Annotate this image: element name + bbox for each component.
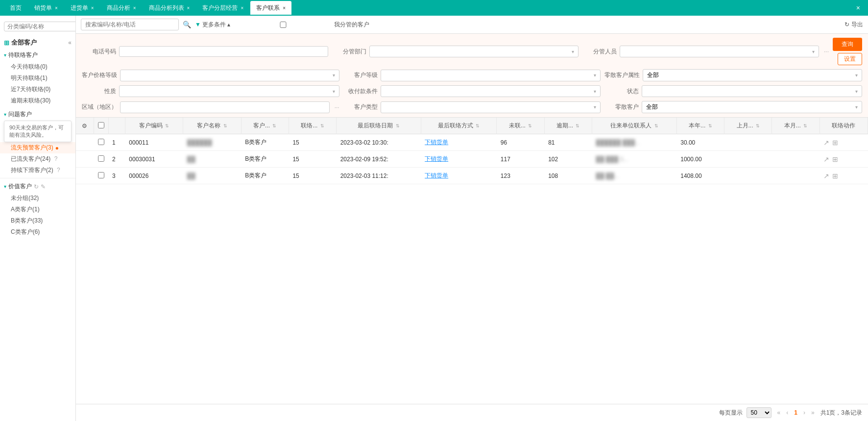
action-link-icon[interactable]: ↗ bbox=[823, 172, 829, 180]
retail-attr-select[interactable]: 全部 ▾ bbox=[643, 69, 862, 81]
col-last-method[interactable]: 最后联络方式 ⇅ bbox=[421, 118, 497, 134]
col-last-month[interactable]: 上月... ⇅ bbox=[724, 118, 772, 134]
value-refresh-icon[interactable]: ↻ bbox=[34, 183, 39, 190]
row-checkbox[interactable] bbox=[98, 155, 104, 162]
status-select[interactable]: ▾ bbox=[642, 85, 862, 97]
sidebar-all-customers[interactable]: ⊞ 全部客户 « bbox=[0, 36, 75, 49]
row-last-method[interactable]: 下销货单 bbox=[421, 134, 497, 151]
sidebar-group-value-header[interactable]: ▾ 价值客户 ↻ ✎ bbox=[0, 180, 75, 193]
payment-select[interactable]: ▾ bbox=[381, 85, 601, 97]
region-more-icon[interactable]: ··· bbox=[335, 104, 339, 111]
my-customers-checkbox[interactable]: 我分管的客户 bbox=[234, 21, 369, 29]
tab-close-sales[interactable]: × bbox=[55, 5, 58, 11]
sidebar-search-input[interactable] bbox=[4, 22, 76, 31]
retail-customer-select[interactable]: 全部 ▾ bbox=[642, 101, 862, 113]
retail-customer-arrow-icon: ▾ bbox=[855, 104, 858, 110]
col-contact[interactable]: 联络... ⇅ bbox=[289, 118, 336, 134]
region-select[interactable] bbox=[120, 101, 330, 113]
tab-product-list[interactable]: 商品分析列表 × bbox=[143, 1, 196, 15]
manager-more-icon[interactable]: ··· bbox=[824, 48, 829, 55]
tab-close-product-analysis[interactable]: × bbox=[133, 5, 136, 11]
col-overdue[interactable]: 逾期... ⇅ bbox=[544, 118, 592, 134]
sidebar-item-churned[interactable]: 已流失客户(24) ? bbox=[0, 153, 75, 165]
col-name[interactable]: 客户名称 ⇅ bbox=[183, 118, 241, 134]
tab-home[interactable]: 首页 bbox=[4, 1, 27, 15]
row-last-method[interactable]: 下销货单 bbox=[421, 151, 497, 168]
sidebar-item-7days[interactable]: 近7天待联络(0) bbox=[0, 84, 75, 95]
manager-select[interactable]: ▾ bbox=[620, 46, 819, 57]
export-container: ↻ 导出 bbox=[844, 21, 863, 29]
sidebar-item-class-a[interactable]: A类客户(1) bbox=[0, 204, 75, 215]
main-layout: 🔍 ⊞ 全部客户 « ▾ 待联络客户 今天待联络(0) 明天待联络(1) 近7天… bbox=[0, 16, 868, 421]
last-page-btn[interactable]: » bbox=[809, 408, 817, 417]
action-more-icon[interactable]: ⊞ bbox=[832, 139, 838, 147]
tab-product-analysis[interactable]: 商品分析 × bbox=[101, 1, 142, 15]
sidebar-item-declining[interactable]: 持续下滑客户(2) ? bbox=[0, 165, 75, 176]
customer-type-select[interactable]: ▾ bbox=[381, 101, 601, 113]
more-filter-button[interactable]: ▼ 更多条件 ▴ bbox=[195, 21, 230, 29]
sidebar-item-churn-warning[interactable]: 流失预警客户(3) ● bbox=[0, 142, 75, 153]
sidebar-group-pending-header[interactable]: ▾ 待联络客户 bbox=[0, 49, 75, 61]
row-checkbox-cell[interactable] bbox=[94, 134, 108, 151]
customer-grade-select[interactable]: ▾ bbox=[381, 70, 601, 81]
query-button[interactable]: 查询 bbox=[833, 38, 862, 51]
table-settings-header[interactable]: ⚙ bbox=[76, 118, 94, 134]
search-input[interactable] bbox=[81, 19, 179, 30]
col-unit-contact[interactable]: 往来单位联系人 ⇅ bbox=[592, 118, 676, 134]
action-link-icon[interactable]: ↗ bbox=[823, 155, 829, 163]
action-link-icon[interactable]: ↗ bbox=[823, 139, 829, 147]
first-page-btn[interactable]: « bbox=[775, 408, 783, 417]
sidebar-item-today[interactable]: 今天待联络(0) bbox=[0, 61, 75, 73]
row-checkbox[interactable] bbox=[98, 172, 104, 178]
setting-button[interactable]: 设置 bbox=[838, 53, 862, 65]
tab-customer-tier[interactable]: 客户分层经营 × bbox=[196, 1, 249, 15]
col-this-year[interactable]: 本年... ⇅ bbox=[676, 118, 724, 134]
sidebar-item-ungroup[interactable]: 未分组(32) bbox=[0, 193, 75, 204]
col-code[interactable]: 客户编码 ⇅ bbox=[125, 118, 183, 134]
sidebar-item-tomorrow[interactable]: 明天待联络(1) bbox=[0, 73, 75, 84]
search-button[interactable]: 🔍 bbox=[183, 21, 191, 28]
status-label: 状态 bbox=[604, 87, 639, 96]
tab-close-product-list[interactable]: × bbox=[187, 5, 190, 11]
row-checkbox-cell[interactable] bbox=[94, 151, 108, 168]
price-grade-select[interactable]: ▾ bbox=[120, 70, 339, 81]
my-customers-check[interactable] bbox=[234, 22, 332, 28]
dept-select[interactable]: ▾ bbox=[369, 46, 579, 57]
gender-select[interactable]: ▾ bbox=[119, 85, 339, 97]
select-all-checkbox[interactable] bbox=[98, 122, 104, 128]
table-select-all[interactable] bbox=[94, 118, 108, 134]
action-more-icon[interactable]: ⊞ bbox=[832, 172, 838, 180]
row-last-method[interactable]: 下销货单 bbox=[421, 168, 497, 184]
current-page[interactable]: 1 bbox=[792, 408, 799, 417]
value-edit-icon[interactable]: ✎ bbox=[41, 183, 46, 190]
row-no-contact: 123 bbox=[497, 168, 544, 184]
prev-page-btn[interactable]: ‹ bbox=[784, 408, 790, 417]
next-page-btn[interactable]: › bbox=[801, 408, 807, 417]
tmonth-sort-icon: ⇅ bbox=[803, 124, 807, 128]
tab-purchase[interactable]: 进货单 × bbox=[65, 1, 100, 15]
page-size-select[interactable]: 50 20 100 bbox=[747, 407, 772, 418]
col-last-date[interactable]: 最后联络日期 ⇅ bbox=[337, 118, 421, 134]
row-code: 000011 bbox=[125, 134, 183, 151]
declining-info-icon: ? bbox=[57, 167, 60, 173]
sidebar-item-class-b[interactable]: B类客户(33) bbox=[0, 215, 75, 226]
action-more-icon[interactable]: ⊞ bbox=[832, 155, 838, 163]
row-checkbox[interactable] bbox=[98, 139, 104, 145]
sidebar-item-class-c[interactable]: C类客户(6) bbox=[0, 226, 75, 238]
tab-close-customer-contact[interactable]: × bbox=[283, 5, 286, 11]
tab-customer-contact[interactable]: 客户联系 × bbox=[250, 1, 291, 15]
col-no-contact[interactable]: 未联... ⇅ bbox=[497, 118, 544, 134]
col-customer-type[interactable]: 客户... ⇅ bbox=[241, 118, 289, 134]
export-button[interactable]: ↻ 导出 bbox=[844, 21, 863, 29]
window-close-button[interactable]: × bbox=[852, 4, 864, 12]
tab-close-purchase[interactable]: × bbox=[91, 5, 94, 11]
col-this-month[interactable]: 本月... ⇅ bbox=[772, 118, 820, 134]
phone-input[interactable] bbox=[119, 46, 328, 57]
sidebar-group-problem-header[interactable]: ▾ 问题客户 bbox=[0, 108, 75, 121]
collapse-icon[interactable]: « bbox=[68, 39, 72, 46]
tab-sales[interactable]: 销货单 × bbox=[28, 1, 64, 15]
tab-close-customer-tier[interactable]: × bbox=[241, 5, 243, 11]
sidebar-item-overdue[interactable]: 逾期未联络(30) bbox=[0, 95, 75, 106]
dept-arrow-icon: ▾ bbox=[572, 49, 574, 54]
row-checkbox-cell[interactable] bbox=[94, 168, 108, 184]
